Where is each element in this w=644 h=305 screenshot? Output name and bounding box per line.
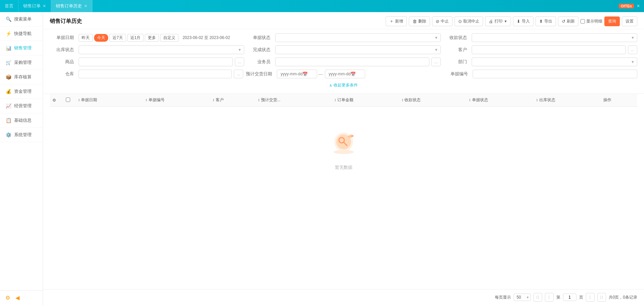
- sidebar-settings-icon[interactable]: ⚙: [5, 295, 10, 301]
- date-1month[interactable]: 近1月: [127, 34, 144, 42]
- page-header: 销售订单历史 ＋ 新增 🗑 删除 ⊘ 中止 ⊙ 取消中止: [43, 12, 644, 29]
- date-more[interactable]: 更多: [145, 34, 159, 42]
- settings-button[interactable]: 设置: [622, 16, 637, 26]
- date-range-text: 2023-06-02 至 2023-06-02: [182, 35, 230, 41]
- warehouse-dots-btn[interactable]: ...: [234, 70, 243, 78]
- stop-icon: ⊘: [436, 19, 439, 24]
- refresh-button[interactable]: ↺ 刷新: [558, 16, 578, 26]
- sidebar-item-finance[interactable]: 💰 资金管理: [0, 84, 43, 99]
- warehouse-input[interactable]: [79, 70, 232, 78]
- goods-dots-btn[interactable]: ...: [235, 58, 244, 66]
- date-from-input[interactable]: [277, 70, 317, 78]
- date-7days[interactable]: 近7天: [110, 34, 126, 42]
- import-icon: ⬇: [517, 19, 520, 24]
- toolbar: ＋ 新增 🗑 删除 ⊘ 中止 ⊙ 取消中止 🖨 打印: [386, 16, 637, 26]
- cancel-stop-icon: ⊙: [458, 19, 462, 24]
- sidebar: 🔍 搜索菜单 ⚡ 快捷导航 📊 销售管理 🛒 采购管理 📦 库存核算 💰 资金管…: [0, 12, 43, 305]
- customer-dots-btn[interactable]: ...: [628, 45, 637, 54]
- th-checkbox: [63, 94, 75, 107]
- customer-filter: ...: [472, 45, 637, 54]
- sidebar-item-base-info[interactable]: 📋 基础信息: [0, 113, 43, 128]
- next-page-button[interactable]: ⟩: [586, 293, 595, 302]
- select-all-checkbox[interactable]: [66, 98, 70, 102]
- salesperson-input[interactable]: [275, 58, 429, 66]
- date-from-wrapper: 📅: [277, 70, 316, 78]
- date-yesterday[interactable]: 昨天: [79, 34, 93, 42]
- customer-label: 客户: [443, 47, 470, 53]
- salesperson-label: 业务员: [246, 59, 273, 65]
- th-receipt-status: ↕ 收款状态: [399, 94, 466, 107]
- sidebar-item-quick-nav[interactable]: ⚡ 快捷导航: [0, 27, 43, 41]
- cancel-stop-button[interactable]: ⊙ 取消中止: [455, 16, 483, 26]
- empty-icon: [327, 127, 360, 160]
- calendar-to-icon: 📅: [350, 72, 356, 77]
- sidebar-item-sales-mgmt[interactable]: 📊 销售管理: [0, 41, 43, 55]
- warehouse-label: 仓库: [50, 71, 77, 77]
- sidebar-item-search-menu[interactable]: 🔍 搜索菜单: [0, 12, 43, 27]
- complete-status-label: 完成状态: [246, 47, 273, 53]
- query-button[interactable]: 查询: [604, 16, 620, 26]
- th-settings: ⚙: [50, 94, 63, 107]
- prev-page-button[interactable]: ⟨: [545, 293, 554, 302]
- empty-state: 暂无数据: [50, 107, 637, 191]
- system-icon: ⚙️: [5, 132, 11, 138]
- out-warehouse-select[interactable]: [79, 45, 244, 54]
- search-menu-icon: 🔍: [5, 16, 11, 22]
- print-dropdown-icon: ▼: [504, 20, 507, 23]
- show-detail-checkbox-label[interactable]: 显示明细: [581, 18, 602, 24]
- page-size-select[interactable]: 50 10 20 100: [514, 294, 531, 301]
- operations-icon: 📈: [5, 103, 11, 109]
- print-button[interactable]: 🖨 打印 ▼: [485, 16, 511, 26]
- first-page-button[interactable]: ⟨⟨: [533, 293, 542, 302]
- delete-button[interactable]: 🗑 删除: [409, 16, 430, 26]
- tab-home[interactable]: 首页: [0, 0, 18, 12]
- quick-nav-icon: ⚡: [5, 31, 11, 37]
- sidebar-item-operations[interactable]: 📈 经营管理: [0, 99, 43, 113]
- doc-number-input[interactable]: [473, 70, 637, 78]
- date-to-input[interactable]: [325, 70, 365, 78]
- inventory-icon: 📦: [5, 74, 11, 80]
- sidebar-item-inventory[interactable]: 📦 库存核算: [0, 70, 43, 84]
- new-button[interactable]: ＋ 新增: [386, 16, 407, 26]
- goods-input[interactable]: [79, 58, 233, 66]
- collapse-button[interactable]: ∧ 收起更多条件: [329, 81, 358, 89]
- sidebar-collapse-icon[interactable]: ◀: [15, 295, 19, 301]
- customer-input[interactable]: [472, 45, 626, 54]
- receipt-status-select[interactable]: [472, 33, 637, 42]
- total-records-text: 共0页，0条记录: [609, 295, 637, 300]
- sales-mgmt-icon: 📊: [5, 45, 11, 51]
- pagination-bar: 每页显示 50 10 20 100 ▼ ⟨⟨ ⟨ 第 页 ⟩ ⟩⟩ 共0页，0条…: [43, 289, 644, 305]
- sidebar-bottom: ⚙ ◀: [0, 290, 43, 305]
- date-to-wrapper: 📅: [325, 70, 364, 78]
- data-table: ⚙ ↕ 单据日期 ↕ 单据编号 ↕ 客户: [50, 94, 637, 107]
- salesperson-filter: ...: [275, 58, 441, 66]
- tab-sales-order-close[interactable]: ✕: [43, 4, 46, 8]
- sidebar-item-system[interactable]: ⚙️ 系统管理: [0, 128, 43, 142]
- show-detail-checkbox[interactable]: [581, 19, 585, 24]
- expected-delivery-label: 预计交货日期: [245, 71, 275, 77]
- filter-area: 单据日期 昨天 今天 近7天 近1月 更多 自定义 2023-06-02 至 2…: [43, 29, 644, 94]
- tab-sales-order[interactable]: 销售订单 ✕: [18, 0, 51, 12]
- complete-status-select[interactable]: [275, 45, 441, 54]
- stop-button[interactable]: ⊘ 中止: [432, 16, 453, 26]
- dept-select[interactable]: [472, 58, 637, 66]
- export-button[interactable]: ⬆ 导出: [535, 16, 556, 26]
- date-label: 单据日期: [50, 35, 77, 41]
- date-shortcuts: 昨天 今天 近7天 近1月 更多 自定义: [79, 34, 178, 42]
- page-number-input[interactable]: [563, 294, 576, 301]
- sidebar-item-purchase-mgmt[interactable]: 🛒 采购管理: [0, 55, 43, 70]
- status-filter: ▼: [275, 33, 441, 42]
- import-button[interactable]: ⬇ 导入: [513, 16, 533, 26]
- salesperson-dots-btn[interactable]: ...: [431, 58, 441, 66]
- status-select[interactable]: [275, 33, 441, 42]
- tab-sales-order-history[interactable]: 销售订单历史 ✕: [51, 0, 92, 12]
- tab-sales-order-history-close[interactable]: ✕: [84, 4, 87, 8]
- th-order-amount: ↕ 订单金额: [332, 94, 399, 107]
- finance-icon: 💰: [5, 88, 11, 94]
- window-close-icon[interactable]: ✕: [637, 4, 640, 8]
- last-page-button[interactable]: ⟩⟩: [597, 293, 606, 302]
- date-today[interactable]: 今天: [94, 34, 108, 42]
- date-custom[interactable]: 自定义: [160, 34, 178, 42]
- goods-label: 商品: [50, 59, 77, 65]
- settings-gear-icon[interactable]: ⚙: [52, 98, 56, 103]
